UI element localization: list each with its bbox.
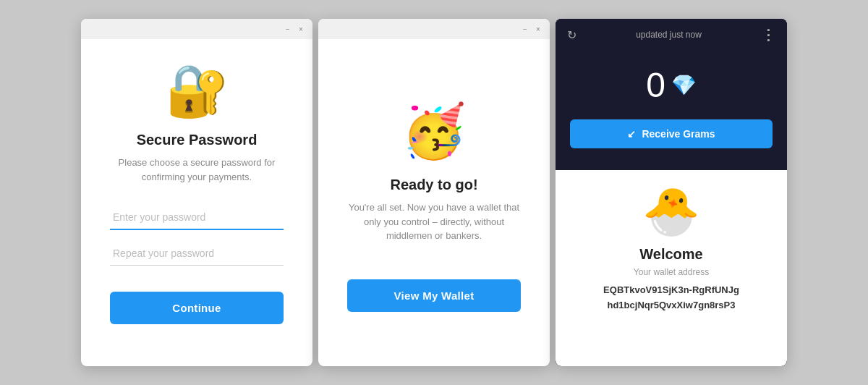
lock-icon: 🔐 xyxy=(166,61,229,120)
window2-title: Ready to go! xyxy=(390,177,477,193)
updated-text: updated just now xyxy=(636,30,702,40)
window1-content: 🔐 Secure Password Please choose a secure… xyxy=(81,39,312,366)
refresh-icon[interactable]: ↻ xyxy=(567,28,576,42)
welcome-title: Welcome xyxy=(639,246,702,263)
window2-content: 🥳 Ready to go! You're all set. Now you h… xyxy=(318,39,550,366)
close-btn-2[interactable]: × xyxy=(534,25,542,33)
titlebar-2: − × xyxy=(318,19,550,39)
ready-to-go-window: − × 🥳 Ready to go! You're all set. Now y… xyxy=(318,19,550,366)
password-input-group xyxy=(110,206,284,230)
window2-subtitle: You're all set. Now you have a wallet th… xyxy=(347,200,521,243)
continue-button[interactable]: Continue xyxy=(110,292,284,324)
window1-title: Secure Password xyxy=(137,132,258,148)
close-btn-1[interactable]: × xyxy=(297,25,305,33)
party-emoji-icon: 🥳 xyxy=(401,101,467,162)
receive-arrow-icon: ↙ xyxy=(627,128,636,140)
wallet-bottom-section: 🐣 Welcome Your wallet address EQBTkvoV91… xyxy=(556,170,787,366)
minimize-btn-2[interactable]: − xyxy=(521,25,529,33)
wallet-address-label: Your wallet address xyxy=(634,267,709,277)
receive-btn-label: Receive Grams xyxy=(642,128,715,140)
more-options-icon[interactable]: ⋮ xyxy=(761,26,775,43)
titlebar-1: − × xyxy=(81,19,312,39)
secure-password-window: − × 🔐 Secure Password Please choose a se… xyxy=(81,19,312,366)
balance-row: 0 💎 xyxy=(646,65,697,105)
password-input[interactable] xyxy=(110,206,284,230)
wallet-address-line1: EQBTkvoV91SjK3n-RgRfUNJg xyxy=(603,284,739,295)
minimize-btn-1[interactable]: − xyxy=(284,25,292,33)
balance-number: 0 xyxy=(646,65,665,105)
wallet-address: EQBTkvoV91SjK3n-RgRfUNJg hd1bcjNqr5QvxXi… xyxy=(603,283,739,313)
wallet-top-section: 0 💎 ↙ Receive Grams xyxy=(556,51,787,170)
wallet-address-line2: hd1bcjNqr5QvxXiw7gn8rsP3 xyxy=(607,300,735,310)
repeat-password-input-group xyxy=(110,242,284,266)
titlebar-3: ↻ updated just now ⋮ xyxy=(556,19,787,51)
receive-grams-button[interactable]: ↙ Receive Grams xyxy=(570,119,773,148)
diamond-icon: 💎 xyxy=(671,73,697,97)
wallet-window: ↻ updated just now ⋮ 0 💎 ↙ Receive Grams… xyxy=(556,19,787,366)
chick-emoji-icon: 🐣 xyxy=(642,185,700,239)
window1-subtitle: Please choose a secure password for conf… xyxy=(110,156,284,184)
repeat-password-input[interactable] xyxy=(110,242,284,266)
view-wallet-button[interactable]: View My Wallet xyxy=(347,279,521,312)
